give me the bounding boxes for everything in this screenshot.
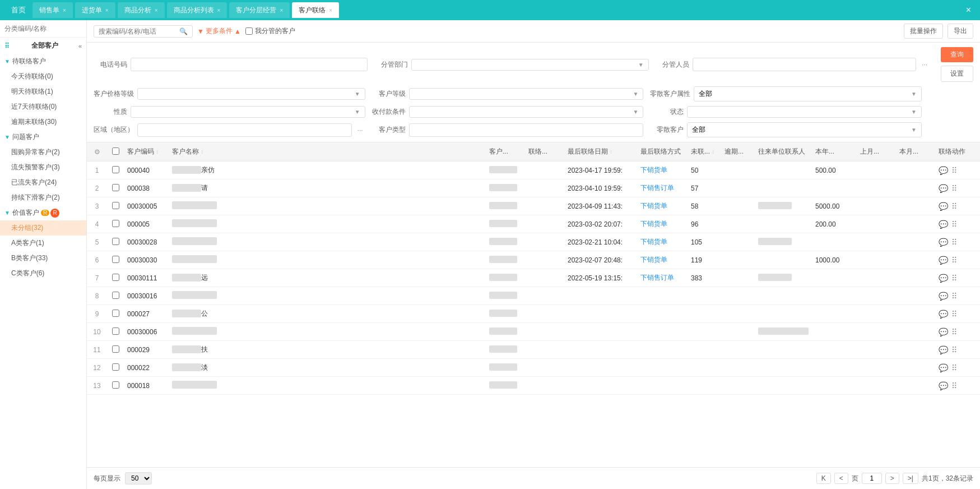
- retail-customer-select[interactable]: 全部 ▼: [687, 122, 922, 137]
- more-action-icon[interactable]: ⠿: [951, 220, 957, 229]
- more-action-icon[interactable]: ⠿: [951, 363, 957, 372]
- phone-input[interactable]: [131, 58, 368, 71]
- export-button[interactable]: 导出: [948, 24, 973, 39]
- row-checkbox[interactable]: [112, 345, 119, 353]
- contact-icon[interactable]: 💬: [939, 184, 948, 193]
- last-method-link[interactable]: 下销售订单: [640, 184, 674, 192]
- dept-select[interactable]: ▼: [411, 59, 648, 71]
- settings-icon[interactable]: ⚙: [94, 148, 100, 156]
- last-method-link[interactable]: 下销货单: [640, 202, 667, 210]
- price-level-select[interactable]: ▼: [137, 88, 365, 100]
- cell-check[interactable]: [107, 341, 124, 359]
- cell-check[interactable]: [107, 377, 124, 395]
- cell-check[interactable]: [107, 269, 124, 287]
- more-action-icon[interactable]: ⠿: [951, 310, 957, 319]
- row-checkbox[interactable]: [112, 381, 119, 389]
- last-method-link[interactable]: 下销货单: [640, 220, 667, 228]
- sidebar-item-churn-warning[interactable]: 流失预警客户(3): [0, 160, 86, 175]
- th-check[interactable]: [107, 142, 124, 162]
- select-all-checkbox[interactable]: [112, 147, 119, 155]
- th-code[interactable]: 客户编码: [124, 142, 169, 162]
- manager-dotdot-icon[interactable]: ···: [919, 61, 930, 68]
- sidebar-item-b-class[interactable]: B类客户(33): [0, 251, 86, 266]
- contact-icon[interactable]: 💬: [939, 327, 948, 336]
- more-action-icon[interactable]: ⠿: [951, 202, 957, 211]
- tab-customer-stratify-close[interactable]: ×: [280, 7, 283, 13]
- contact-icon[interactable]: 💬: [939, 310, 948, 319]
- sidebar-group-pending-label[interactable]: ▼ 待联络客户: [0, 54, 86, 69]
- tab-customer-contact-close[interactable]: ×: [329, 7, 332, 13]
- page-number-input[interactable]: [862, 473, 882, 484]
- sidebar-item-churned[interactable]: 已流失客户(24): [0, 175, 86, 190]
- sidebar-item-today[interactable]: 今天待联络(0): [0, 69, 86, 84]
- nature-select[interactable]: ▼: [131, 106, 365, 118]
- sidebar-group-value-label[interactable]: ▼ 价值客户 R R: [0, 205, 86, 220]
- tab-goods-list[interactable]: 商品分析列表 ×: [167, 2, 227, 18]
- row-checkbox[interactable]: [112, 166, 119, 173]
- contact-icon[interactable]: 💬: [939, 202, 948, 211]
- sidebar-item-declining[interactable]: 持续下滑客户(2): [0, 190, 86, 205]
- next-page-button[interactable]: >: [885, 473, 899, 484]
- retail-attr-select[interactable]: 全部 ▼: [694, 86, 922, 102]
- payment-select[interactable]: ▼: [409, 106, 644, 118]
- first-page-button[interactable]: K: [816, 473, 831, 484]
- row-checkbox[interactable]: [112, 220, 119, 227]
- more-action-icon[interactable]: ⠿: [951, 345, 957, 354]
- row-checkbox[interactable]: [112, 202, 119, 209]
- reset-button[interactable]: 设置: [941, 66, 973, 82]
- contact-icon[interactable]: 💬: [939, 220, 948, 229]
- tab-goods-analysis-close[interactable]: ×: [155, 7, 158, 13]
- contact-icon[interactable]: 💬: [939, 381, 948, 390]
- cell-check[interactable]: [107, 179, 124, 197]
- row-checkbox[interactable]: [112, 256, 119, 263]
- tab-purchase-close[interactable]: ×: [105, 7, 109, 13]
- customer-level-select[interactable]: ▼: [409, 88, 644, 100]
- filter-my-customers-checkbox[interactable]: [245, 27, 253, 35]
- cell-check[interactable]: [107, 305, 124, 323]
- contact-icon[interactable]: 💬: [939, 363, 948, 372]
- cell-check[interactable]: [107, 287, 124, 305]
- row-checkbox[interactable]: [112, 292, 119, 299]
- more-action-icon[interactable]: ⠿: [951, 256, 957, 265]
- cell-check[interactable]: [107, 233, 124, 251]
- more-action-icon[interactable]: ⠿: [951, 327, 957, 336]
- tab-goods-list-close[interactable]: ×: [217, 7, 221, 13]
- window-close-button[interactable]: ×: [962, 5, 976, 15]
- customer-type-input[interactable]: [409, 123, 644, 137]
- th-uncontact[interactable]: 未联...: [688, 142, 721, 162]
- tab-customer-stratify[interactable]: 客户分层经营 ×: [229, 2, 290, 18]
- region-input[interactable]: [137, 123, 352, 137]
- tab-sales[interactable]: 销售单 ×: [32, 2, 73, 18]
- more-action-icon[interactable]: ⠿: [951, 184, 957, 193]
- tab-purchase[interactable]: 进货单 ×: [75, 2, 115, 18]
- row-checkbox[interactable]: [112, 363, 119, 371]
- more-action-icon[interactable]: ⠿: [951, 166, 957, 175]
- cell-check[interactable]: [107, 323, 124, 341]
- sidebar-item-a-class[interactable]: A类客户(1): [0, 236, 86, 251]
- filter-search-input[interactable]: [99, 27, 177, 35]
- filter-search-icon[interactable]: 🔍: [179, 27, 188, 35]
- more-action-icon[interactable]: ⠿: [951, 381, 957, 390]
- sidebar-collapse-icon[interactable]: «: [78, 43, 82, 49]
- cell-check[interactable]: [107, 162, 124, 179]
- contact-icon[interactable]: 💬: [939, 238, 948, 247]
- cell-check[interactable]: [107, 197, 124, 215]
- tab-customer-contact[interactable]: 客户联络 ×: [292, 2, 339, 18]
- contact-icon[interactable]: 💬: [939, 256, 948, 265]
- more-action-icon[interactable]: ⠿: [951, 238, 957, 247]
- query-button[interactable]: 查询: [941, 47, 973, 62]
- last-method-link[interactable]: 下销售订单: [640, 274, 674, 282]
- contact-icon[interactable]: 💬: [939, 274, 948, 283]
- sidebar-item-ungroup[interactable]: 未分组(32): [0, 220, 86, 236]
- th-settings[interactable]: ⚙: [87, 142, 107, 162]
- more-action-icon[interactable]: ⠿: [951, 292, 957, 301]
- batch-ops-button[interactable]: 批量操作: [904, 24, 943, 39]
- manager-input[interactable]: [693, 58, 916, 71]
- sidebar-item-c-class[interactable]: C类客户(6): [0, 266, 86, 281]
- cell-check[interactable]: [107, 359, 124, 377]
- cell-check[interactable]: [107, 215, 124, 233]
- th-name[interactable]: 客户名称: [169, 142, 486, 162]
- tab-home[interactable]: 首页: [4, 5, 32, 15]
- contact-icon[interactable]: 💬: [939, 292, 948, 301]
- tab-goods-analysis[interactable]: 商品分析 ×: [118, 2, 165, 18]
